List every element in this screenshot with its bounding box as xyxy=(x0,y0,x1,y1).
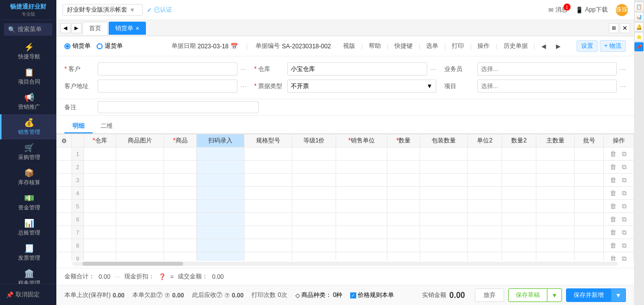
salesperson-more-icon[interactable]: ··· xyxy=(620,65,626,73)
row-delete-button[interactable]: 🗑 xyxy=(609,227,618,237)
row-copy-button[interactable]: ⧉ xyxy=(619,241,628,250)
prev-record-button[interactable]: ◀ xyxy=(537,42,550,51)
row-copy-button[interactable]: ⧉ xyxy=(619,189,628,198)
warehouse-more-icon[interactable]: ··· xyxy=(430,65,436,73)
tab-close-all-button[interactable]: ✕ xyxy=(620,23,630,33)
customer-addr-input[interactable] xyxy=(98,80,237,93)
add-logistics-button[interactable]: + 物流 xyxy=(600,40,626,52)
tab-detail[interactable]: 明细 xyxy=(64,120,93,133)
row-copy-button[interactable]: ⧉ xyxy=(619,228,628,237)
settings-button[interactable]: 设置 xyxy=(577,40,598,52)
project-more-icon[interactable]: ··· xyxy=(620,82,626,90)
sidebar-item-marketing[interactable]: 📢 营销推广 xyxy=(0,89,56,114)
avatar[interactable]: 珠珠 xyxy=(616,4,628,16)
tab-sales-order[interactable]: 销货单 ✕ xyxy=(109,22,146,35)
tab-list-button[interactable]: ⊞ xyxy=(609,23,619,33)
sidebar-item-ledger[interactable]: 📊 总账管理 xyxy=(0,215,56,240)
save-new-dropdown-button[interactable]: ▼ xyxy=(611,288,626,302)
row-delete-button[interactable]: 🗑 xyxy=(609,149,618,158)
sidebar-item-tax[interactable]: 🏛️ 税务管理 xyxy=(0,265,56,284)
th-scan[interactable]: 扫码录入 xyxy=(197,134,245,147)
row-copy-button[interactable]: ⧉ xyxy=(619,202,628,211)
sidebar-item-quick-nav[interactable]: ⚡ 快捷导航 xyxy=(0,39,56,64)
bottom-actions: 实销金额 0.00 放弃 保存草稿 ▼ 保存并新增 ▼ xyxy=(422,288,626,302)
operate-button[interactable]: 操作 xyxy=(473,41,494,51)
remark-input[interactable] xyxy=(98,101,259,113)
row-delete-button[interactable]: 🗑 xyxy=(609,188,618,197)
row-copy-button[interactable]: ⧉ xyxy=(619,215,628,224)
price-check-field[interactable]: 价格规则本单 xyxy=(350,291,394,299)
chevron-down-icon: ▼ xyxy=(129,7,135,14)
sidebar-item-invoice[interactable]: 🧾 发票管理 xyxy=(0,240,56,265)
save-draft-dropdown-button[interactable]: ▼ xyxy=(547,288,562,302)
tab-prev-button[interactable]: ◀ xyxy=(60,23,70,33)
tab-next-button[interactable]: ▶ xyxy=(71,23,82,33)
tab-2d[interactable]: 二维 xyxy=(93,120,121,133)
row-copy-button[interactable]: ⧉ xyxy=(619,254,628,261)
help-button[interactable]: 帮助 xyxy=(365,41,385,51)
row-copy-button[interactable]: ⧉ xyxy=(619,163,628,172)
th-settings[interactable]: ⚙ xyxy=(57,134,72,147)
right-btn-3[interactable]: 🔔 xyxy=(634,22,643,31)
print-button[interactable]: 打印 xyxy=(448,41,468,51)
row-delete-button[interactable]: 🗑 xyxy=(609,175,618,184)
th-product: *商品 xyxy=(164,134,197,147)
row-delete-button[interactable]: 🗑 xyxy=(609,214,618,223)
row-delete-button[interactable]: 🗑 xyxy=(609,201,618,210)
invoice-type-field: 票据类型 不开票 ▼ xyxy=(254,80,436,93)
th-pack-qty: 包装数量 xyxy=(420,134,468,147)
tab-close-icon[interactable]: ✕ xyxy=(135,26,139,31)
shortcut-button[interactable]: 快捷键 xyxy=(390,41,417,51)
project-input[interactable] xyxy=(477,80,617,93)
deal-amount: 0.00 xyxy=(212,273,223,280)
save-new-button[interactable]: 保存并新增 xyxy=(566,288,611,302)
project-icon: 📋 xyxy=(24,67,34,77)
row-copy-button[interactable]: ⧉ xyxy=(619,176,628,185)
radio-sales-order[interactable]: 销货单 xyxy=(64,42,91,50)
unpin-button[interactable]: 📌 取消固定 xyxy=(4,288,52,301)
help-icon: ❓ xyxy=(158,273,166,280)
save-new-group: 保存并新增 ▼ xyxy=(566,288,626,302)
warehouse-input[interactable] xyxy=(287,62,427,75)
radio-return-order[interactable]: 退货单 xyxy=(97,42,123,50)
th-price1: 等级1价 xyxy=(292,134,336,147)
sidebar-item-project[interactable]: 📋 项目合同 xyxy=(0,64,56,89)
history-button[interactable]: 历史单据 xyxy=(500,41,532,51)
search-menu-button[interactable]: 🔍 搜索菜单 xyxy=(4,23,52,36)
preview-button[interactable]: 视版 xyxy=(339,41,359,51)
select-button[interactable]: 选单 xyxy=(422,41,442,51)
messages-button[interactable]: ✉ 消息 1 xyxy=(548,6,568,14)
calendar-icon[interactable]: 📅 xyxy=(230,43,238,50)
invoice-type-select[interactable]: 不开票 ▼ xyxy=(287,80,436,93)
row-delete-button[interactable]: 🗑 xyxy=(609,241,618,250)
help-icon-2: ⑦ xyxy=(165,292,170,299)
table-scrollbar[interactable] xyxy=(56,261,634,268)
row-delete-button[interactable]: 🗑 xyxy=(609,254,618,261)
right-btn-4[interactable]: ⭐ xyxy=(634,32,643,41)
row-copy-button[interactable]: ⧉ xyxy=(619,149,628,159)
radio-return-dot xyxy=(97,43,103,49)
salesperson-input[interactable] xyxy=(477,62,617,75)
content-area: 销货单 退货单 单据日期 2023-03-18 📅 | 单据编号 SA-2023… xyxy=(56,36,634,305)
next-record-button[interactable]: ▶ xyxy=(552,42,565,51)
after-collect-info: 此后应收⑦ ⑦ 0.00 xyxy=(192,291,244,299)
right-btn-1[interactable]: 📋 xyxy=(634,2,643,11)
sidebar-item-inventory[interactable]: 📦 库存核算 xyxy=(0,165,56,190)
price-check-checkbox[interactable] xyxy=(350,292,356,298)
th-qty: *数量 xyxy=(387,134,420,147)
sidebar-item-finance[interactable]: 💵 资金管理 xyxy=(0,190,56,215)
tab-home[interactable]: 首页 xyxy=(83,22,108,35)
discard-button[interactable]: 放弃 xyxy=(475,288,504,302)
app-download-button[interactable]: 📱 App下载 xyxy=(576,6,608,14)
customer-more-icon[interactable]: ··· xyxy=(240,65,247,73)
customer-addr-more-icon[interactable]: ··· xyxy=(240,82,247,90)
right-btn-5[interactable]: 📌 xyxy=(634,42,643,51)
sidebar-item-sales[interactable]: 💰 销售管理 xyxy=(0,114,56,139)
sidebar-item-purchase[interactable]: 🛒 采购管理 xyxy=(0,139,56,165)
product-icon: ◇ xyxy=(295,292,300,299)
right-btn-2[interactable]: 📊 xyxy=(634,12,643,21)
save-draft-button[interactable]: 保存草稿 xyxy=(508,288,547,302)
company-selector[interactable]: 好业财专业版演示帐套 ▼ xyxy=(62,4,143,16)
row-delete-button[interactable]: 🗑 xyxy=(609,162,618,171)
customer-input[interactable] xyxy=(98,62,237,75)
